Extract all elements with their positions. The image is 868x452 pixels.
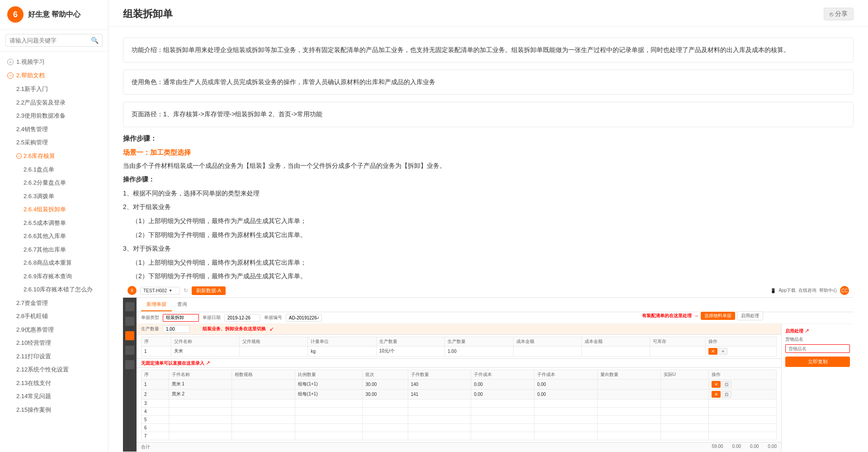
- app-download-label: App下载: [778, 287, 796, 294]
- col-parent-name: 父件名称: [171, 337, 239, 346]
- app-logo-icon: 6: [127, 286, 137, 295]
- sidebar-item-sub215[interactable]: 2.15操作案例: [16, 403, 108, 417]
- goods-name-input[interactable]: [785, 344, 850, 353]
- sidebar-item-sub212[interactable]: 2.12系统个性化设置: [16, 363, 108, 376]
- table-row: 7: [142, 432, 777, 440]
- sidebar-item-sub264[interactable]: 2.6.4组装拆卸单: [24, 203, 108, 216]
- annotation-1: 有装配清单的在这里处理 → 选择物料单据 启用处理: [642, 311, 763, 320]
- sidebar-item-sub21[interactable]: 2.1新手入门: [16, 82, 108, 96]
- annotation-1-text: 有装配清单的在这里处理: [642, 313, 692, 319]
- row-copy-btn-2[interactable]: ⊡: [722, 391, 731, 398]
- date-input[interactable]: [224, 314, 260, 322]
- top-table-area: 序 父件名称 父件规格 计量单位 生产数量 生产数量 成本金额: [137, 335, 781, 358]
- table-row: 6: [142, 423, 777, 432]
- sidebar-item-sub28[interactable]: 2.8手机旺铺: [16, 309, 108, 323]
- sidebar-item-cat1[interactable]: + 1.视频学习: [0, 55, 108, 69]
- total-cost1: 0.00: [732, 444, 741, 450]
- row-copy-btn-1[interactable]: ⊡: [722, 381, 731, 388]
- sidebar-item-sub265[interactable]: 2.6.5成本调整单: [24, 216, 108, 230]
- sidebar-item-sub24[interactable]: 2.4销售管理: [16, 123, 108, 136]
- company-select[interactable]: TEST-H002 ▼: [140, 287, 180, 295]
- sidebar-item-sub267[interactable]: 2.6.7其他出库单: [24, 243, 108, 257]
- sidebar-item-sub29[interactable]: 2.9优惠券管理: [16, 323, 108, 337]
- enable-process-button[interactable]: 启用处理: [737, 311, 763, 320]
- type-label: 单据类型: [141, 314, 159, 321]
- sidebar-item-sub266[interactable]: 2.6.6其他入库单: [24, 229, 108, 243]
- confirm-copy-label: 立即复制: [808, 359, 828, 364]
- total-label: 合计: [141, 444, 150, 450]
- select-material-button[interactable]: 选择物料单据: [701, 312, 735, 320]
- col-b-ratio: 比例数量: [295, 370, 363, 379]
- bottom-table: 序 子件名称 相数规格 比例数量 批次 子件数量 子件成本 子件: [141, 370, 777, 440]
- table-row: 3: [142, 399, 777, 407]
- sidebar-item-sub262[interactable]: 2.6.2分量盘点单: [24, 176, 108, 190]
- sidebar-item-sub269[interactable]: 2.6.9库存账本查询: [24, 270, 108, 283]
- sidebar-item-sub263[interactable]: 2.6.3调拨单: [24, 190, 108, 203]
- app-topbar: 6 TEST-H002 ▼ ↻ 刷新数据-A 📱 App下载 在线咨询 帮助中心: [123, 284, 854, 298]
- row-add-button[interactable]: +: [718, 348, 727, 355]
- table-row: 5: [142, 415, 777, 423]
- sidebar-item-sub2610[interactable]: 2.6.10库存账本错了怎么办: [24, 283, 108, 296]
- mini-nav-icon-2: [125, 317, 134, 326]
- table-row: 2 黑米 2 组每(1+1) 30.00 141 0.00 0: [142, 389, 777, 399]
- bottom-table-header: 无固定清单可以直接在这里录入 ↗: [137, 358, 781, 368]
- row-edit-btn-1[interactable]: ✕: [712, 381, 721, 388]
- app-tab-new[interactable]: 新增单据: [141, 298, 172, 311]
- logo-icon: 6: [7, 6, 24, 23]
- search-box[interactable]: 🔍: [5, 34, 103, 47]
- search-input[interactable]: [9, 37, 91, 44]
- brand-name: 好生意 帮助中心: [28, 10, 80, 19]
- no-input[interactable]: [286, 314, 322, 322]
- assembly-type-row: 生产数量 组装业务、拆卸业务在这里切换 ↙: [137, 324, 781, 335]
- total-spacer: [159, 444, 703, 450]
- step1: 1、根据不同的业务，选择不同单据的类型来处理: [123, 187, 854, 200]
- sidebar-item-sub214[interactable]: 2.14常见问题: [16, 390, 108, 403]
- num-label: 生产数量: [141, 326, 159, 332]
- col-b-ops: 操作: [708, 370, 776, 379]
- sub-list-sub26: 2.6.1盘点单 2.6.2分量盘点单 2.6.3调拨单 2.6.4组装拆卸单 …: [16, 163, 108, 296]
- right-panel-label: 货物品名: [785, 336, 850, 343]
- sidebar-item-cat2[interactable]: − 2.帮助文档: [0, 69, 108, 82]
- app-content: 新增单据 查询 单据类型 单据日期 单据编号: [123, 298, 854, 452]
- sidebar-item-sub26[interactable]: − 2.6库存核算: [16, 149, 108, 163]
- mini-nav-icon-1: [125, 302, 134, 311]
- intro-block-1: 功能介绍：组装拆卸单用来处理企业组装或拆卸等加工业务，支持有固定装配清单的产品加…: [123, 38, 854, 62]
- confirm-copy-button[interactable]: 立即复制: [785, 357, 850, 367]
- refresh-data-button[interactable]: 刷新数据-A: [192, 286, 226, 295]
- no-label: 单据编号: [264, 314, 282, 321]
- total-cost2: 0.00: [750, 444, 759, 450]
- chevron-icon: ▼: [169, 289, 172, 293]
- search-icon[interactable]: 🔍: [91, 37, 99, 44]
- nav-list: + 1.视频学习 − 2.帮助文档 2.1新手入门 2.2产品安装及登录 2.3…: [0, 52, 108, 452]
- mini-nav-icon-active: [125, 331, 134, 340]
- production-qty-input[interactable]: [163, 325, 190, 333]
- intro-text-2: 使用角色：通常由生产人员或库管人员完成拆装业务的操作，库管人员确认原材料的出库和…: [132, 78, 435, 86]
- app-sidebar-mini: [123, 298, 137, 452]
- share-button[interactable]: ⎋ 分享: [824, 8, 854, 20]
- sidebar-item-sub210[interactable]: 2.10经营管理: [16, 336, 108, 350]
- sidebar-item-sub211[interactable]: 2.11打印设置: [16, 350, 108, 363]
- col-cost-amt2: 成本金额: [582, 337, 650, 346]
- total-qty: 59.00: [712, 444, 723, 450]
- type-input[interactable]: [163, 314, 199, 322]
- app-tab-bar: 新增单据 查询: [137, 298, 854, 312]
- step2-sub1: （1）上部明细为父件明细，最终作为产成品生成其它入库单；: [132, 215, 854, 227]
- app-form-row: 单据类型 单据日期 单据编号 有装配清单的在这里处理 →: [137, 312, 854, 324]
- app-tab-query[interactable]: 查询: [172, 298, 193, 311]
- sidebar: 6 好生意 帮助中心 🔍 + 1.视频学习 − 2.帮助文档 2.1新手入门 2…: [0, 0, 108, 452]
- step3-sub1: （1）上部明细为父件明细，最终作为原材料生成其它出库单；: [132, 257, 854, 269]
- sidebar-item-sub22[interactable]: 2.2产品安装及登录: [16, 96, 108, 109]
- sidebar-item-sub25[interactable]: 2.5采购管理: [16, 136, 108, 149]
- intro-block-3: 页面路径：1、库存核算->库存管理->组装拆卸单 2、首页->常用功能: [123, 102, 854, 127]
- row-edit-button[interactable]: ✕: [708, 348, 717, 355]
- sidebar-item-sub268[interactable]: 2.6.8商品成本重算: [24, 256, 108, 270]
- online-consult-label: 在线咨询: [798, 287, 816, 294]
- sidebar-item-sub213[interactable]: 2.13在线支付: [16, 376, 108, 390]
- row-edit-btn-2[interactable]: ✕: [712, 391, 721, 398]
- step3-sub2: （2）下部明细为子件明细，最终作为产成品生成其它入库单。: [132, 270, 854, 282]
- sidebar-item-sub27[interactable]: 2.7资金管理: [16, 296, 108, 310]
- sidebar-item-sub23[interactable]: 2.3使用前数据准备: [16, 109, 108, 123]
- user-avatar: CC: [840, 286, 849, 295]
- app-table-container: 生产数量 组装业务、拆卸业务在这里切换 ↙: [137, 324, 781, 452]
- sidebar-item-sub261[interactable]: 2.6.1盘点单: [24, 163, 108, 176]
